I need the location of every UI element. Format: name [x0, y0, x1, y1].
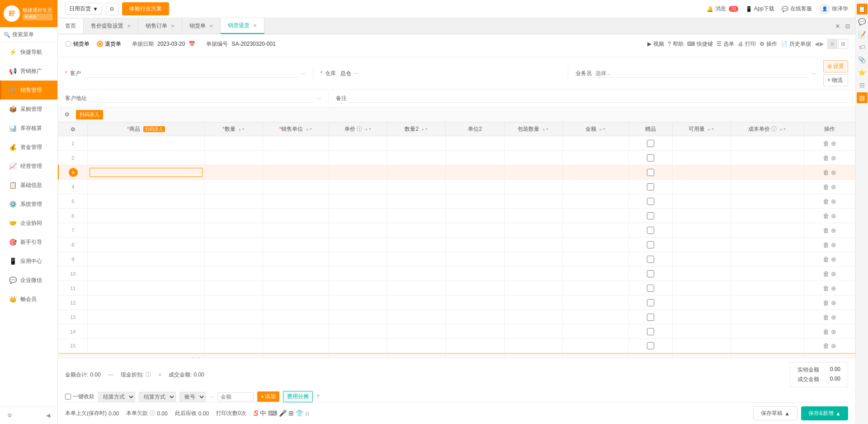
row-3-qty2[interactable] [387, 165, 446, 180]
video-btn[interactable]: ▶ 视频 [647, 40, 664, 48]
settings-gear-btn[interactable]: ⚙ [106, 3, 118, 15]
right-sidebar-panel-icon[interactable]: ▤ [857, 92, 868, 103]
row-2-amount[interactable] [563, 151, 629, 165]
row-5-delete-btn[interactable]: 🗑 [823, 198, 829, 205]
row-6-copy-btn[interactable]: ⊕ [831, 212, 836, 219]
row-2-avail[interactable] [672, 151, 731, 165]
user-profile-btn[interactable]: 👤 徐泽华 [819, 4, 848, 14]
row-15-delete-btn[interactable]: 🗑 [823, 342, 829, 349]
tab-maximize-btn[interactable]: ⊡ [844, 21, 852, 31]
logistics-btn[interactable]: + 物流 [823, 74, 848, 86]
sidebar-item-enterprise[interactable]: 🤝 企业协同 [0, 214, 57, 233]
amount-input[interactable] [217, 392, 254, 401]
one-click-payment-label[interactable]: 一键收款 [65, 393, 94, 400]
row-3-avail[interactable] [672, 165, 731, 180]
right-sidebar-attachment-icon[interactable]: 📎 [857, 54, 868, 65]
print-btn[interactable]: 🖨 打印 [738, 40, 756, 48]
row-3-unit2[interactable] [446, 165, 504, 180]
help-btn[interactable]: ? 帮助 [668, 40, 684, 48]
row-3-unit[interactable] [263, 165, 329, 180]
list-view-btn[interactable]: ≡ [827, 39, 837, 49]
row-11-copy-btn[interactable]: ⊕ [831, 285, 836, 292]
row-4-copy-btn[interactable]: ⊕ [831, 183, 836, 191]
row-2-pkg[interactable] [504, 151, 562, 165]
sidebar-item-sales[interactable]: 🛒 销售管理 [0, 81, 57, 100]
row-11-gift-checkbox[interactable] [647, 285, 654, 292]
row-1-unit[interactable] [263, 136, 329, 151]
row-13-gift-checkbox[interactable] [647, 314, 654, 321]
price-sort-icon[interactable]: ▲▼ [364, 127, 372, 131]
settings-btn[interactable]: ⚙ 设置 [823, 60, 848, 72]
row-10-gift-checkbox[interactable] [647, 270, 654, 277]
row-1-qty2[interactable] [387, 136, 446, 151]
row-3-copy-btn[interactable]: ⊕ [831, 169, 836, 176]
trial-btn[interactable]: 体验行业方案 [122, 2, 169, 15]
table-settings-btn[interactable]: ⚙ [61, 109, 72, 120]
shortcut-btn[interactable]: ⌨ 快捷键 [687, 40, 713, 48]
save-new-btn[interactable]: 保存&新增 ▲ [801, 406, 848, 420]
sidebar-item-member[interactable]: 👑 畅会员 [0, 290, 57, 309]
row-4-delete-btn[interactable]: 🗑 [823, 183, 829, 191]
tool-icon-5[interactable]: 👕 [296, 410, 303, 418]
tab-home[interactable]: 首页 [58, 19, 84, 33]
row-2-unit[interactable] [263, 151, 329, 165]
row-11-delete-btn[interactable]: 🗑 [823, 285, 829, 292]
row-1-gift[interactable] [628, 136, 672, 151]
tool-icon-3[interactable]: 🎤 [279, 410, 287, 418]
row-13-copy-btn[interactable]: ⊕ [831, 314, 836, 321]
row-2-gift[interactable] [628, 151, 672, 165]
online-service-btn[interactable]: 💬 在线客服 [782, 5, 812, 13]
row-6-gift-checkbox[interactable] [647, 212, 654, 219]
row-2-copy-btn[interactable]: ⊕ [831, 154, 836, 162]
warehouse-search-btn[interactable]: ··· [354, 70, 359, 76]
row-2-unit2[interactable] [446, 151, 504, 165]
fenpai-btn[interactable]: 费用分摊 [283, 391, 313, 402]
tool-icon-6[interactable]: ⌂ [305, 410, 309, 418]
sidebar-item-guide[interactable]: 🎯 新手引导 [0, 233, 57, 252]
th-settings[interactable]: ⚙ [58, 123, 88, 136]
row-2-qty[interactable] [204, 151, 263, 165]
row-3-qty[interactable] [204, 165, 263, 180]
right-sidebar-scan-icon[interactable]: ⊟ [857, 80, 868, 91]
row-7-delete-btn[interactable]: 🗑 [823, 227, 829, 234]
row-8-copy-btn[interactable]: ⊕ [831, 241, 836, 248]
addr-search-btn[interactable]: ··· [316, 95, 321, 101]
row-3-product[interactable] [88, 165, 205, 180]
row-12-gift-checkbox[interactable] [647, 299, 654, 306]
row-2-price[interactable] [329, 151, 387, 165]
history-btn[interactable]: 📄 历史单据 [781, 40, 811, 48]
right-sidebar-star-icon[interactable]: ⭐ [857, 67, 868, 78]
payment-method-select[interactable]: 结算方式 [98, 392, 135, 402]
row-1-unit2[interactable] [446, 136, 504, 151]
row-3-delete-btn[interactable]: 🗑 [823, 169, 829, 176]
account-num-select[interactable]: 账号 [179, 392, 206, 402]
pkg-sort-icon[interactable]: ▲▼ [542, 127, 549, 131]
staff-input[interactable] [594, 69, 809, 78]
tab-price-setting-close[interactable]: ✕ [127, 24, 131, 29]
right-sidebar-message-icon[interactable]: 💬 [857, 16, 868, 27]
sidebar-settings-btn[interactable]: ⚙ [4, 410, 16, 420]
row-1-gift-checkbox[interactable] [647, 140, 654, 147]
row-2-gift-checkbox[interactable] [647, 154, 654, 162]
prev-record-btn[interactable]: ◀ [815, 41, 819, 47]
row-2-delete-btn[interactable]: 🗑 [823, 154, 829, 162]
right-sidebar-tag-icon[interactable]: 🏷 [857, 42, 868, 52]
row-1-cost[interactable] [731, 136, 804, 151]
select-btn[interactable]: ☰ 选单 [717, 40, 734, 48]
addr-input[interactable] [90, 94, 314, 103]
scan-input-btn[interactable]: 扫码录入 [76, 110, 103, 119]
row-13-delete-btn[interactable]: 🗑 [823, 314, 829, 321]
right-sidebar-log-icon[interactable]: 📝 [857, 29, 868, 40]
row-2-product[interactable] [88, 151, 205, 165]
qty2-sort-icon[interactable]: ▲▼ [421, 127, 428, 131]
calendar-icon[interactable]: 📅 [189, 41, 195, 47]
row-9-gift-checkbox[interactable] [647, 256, 654, 263]
radio-sales-return[interactable]: 退货单 [97, 40, 121, 48]
radio-sales-delivery[interactable]: 销货单 [65, 40, 90, 48]
tab-sales-order[interactable]: 销售订单 ✕ [138, 19, 182, 33]
row-1-product[interactable] [88, 136, 205, 151]
search-menu-btn[interactable]: 🔍 搜索菜单 [0, 27, 57, 43]
add-payment-btn[interactable]: + 添加 [257, 391, 279, 402]
row-14-delete-btn[interactable]: 🗑 [823, 328, 829, 335]
sidebar-item-marketing[interactable]: 📢 营销推广 [0, 62, 57, 81]
